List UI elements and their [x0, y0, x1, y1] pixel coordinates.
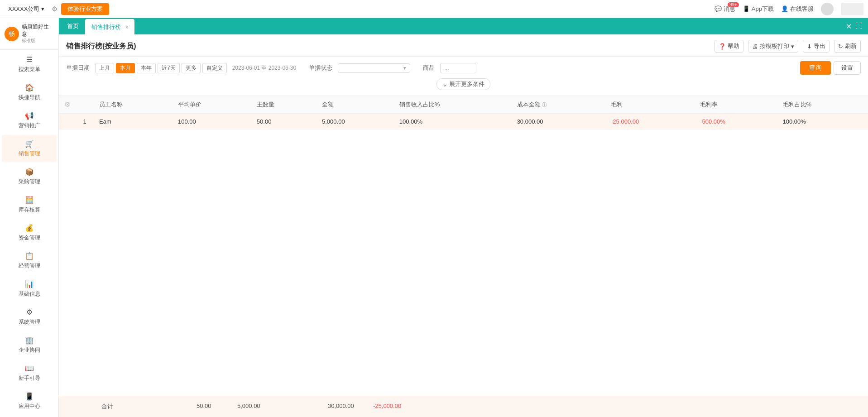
sidebar-item-purchase[interactable]: 📦采购管理 — [2, 163, 57, 190]
page-content: 销售排行榜(按业务员) ❓ 帮助 🖨 按模板打印 ▾ ⬇ 导出 — [59, 34, 868, 417]
this-month-btn[interactable]: 本月 — [116, 63, 135, 73]
table-row: 1 Eam 100.00 50.00 5,000.00 100.00% 30,0… — [59, 114, 868, 130]
print-button[interactable]: 🖨 按模板打印 ▾ — [748, 40, 798, 53]
cell-avg-price: 100.00 — [173, 114, 251, 130]
sidebar-logo: 畅 畅康通好生意 标准版 — [0, 18, 58, 50]
settings-icon[interactable]: ⚙ — [52, 5, 58, 13]
export-label: 导出 — [814, 42, 825, 50]
sidebar-item-sales[interactable]: 🛒销售管理 — [2, 135, 57, 162]
maximize-icon[interactable]: ⛶ — [855, 22, 863, 30]
page-actions: ❓ 帮助 🖨 按模板打印 ▾ ⬇ 导出 ↻ 刷新 — [715, 40, 861, 53]
sidebar-item-apps[interactable]: 📱应用中心 — [2, 388, 57, 415]
page-title: 销售排行榜(按业务员) — [66, 42, 136, 51]
settings-button[interactable]: 设置 — [834, 61, 861, 75]
sidebar-item-operations[interactable]: 📋经营管理 — [2, 247, 57, 274]
footer-avg-price — [150, 401, 191, 412]
top-bar: XXXXX公司 ▾ ⚙ 体验行业方案 💬 消息 99+ 📱 App下载 👤 在线… — [0, 0, 868, 18]
sidebar-item-basics[interactable]: 📊基础信息 — [2, 275, 57, 302]
message-button[interactable]: 💬 消息 99+ — [715, 5, 735, 13]
sidebar-icon-shortcut: 🏠 — [25, 83, 34, 92]
message-icon: 💬 — [715, 5, 722, 12]
footer-label2 — [78, 401, 96, 412]
footer-gross-profit: -25,000.00 — [368, 401, 413, 412]
footer-total-label: 合计 — [96, 401, 150, 412]
col-settings[interactable]: ⚙ — [59, 96, 76, 114]
sidebar-item-enterprise[interactable]: 🏢企业协同 — [2, 331, 57, 359]
cell-sales-pct: 100.00% — [394, 114, 512, 130]
sidebar-label-system: 系统管理 — [19, 318, 40, 326]
date-range-display: 2023-06-01 至 2023-06-30 — [232, 64, 296, 72]
expand-filters-button[interactable]: ⌄ 展开更多条件 — [436, 78, 490, 90]
footer-label — [64, 401, 78, 412]
avatar[interactable] — [821, 3, 834, 15]
service-icon: 👤 — [781, 5, 788, 12]
sidebar-icon-basics: 📊 — [25, 280, 34, 288]
logo-icon: 畅 — [5, 27, 19, 41]
cell-gross-profit: -25,000.00 — [605, 114, 695, 130]
more-dates-btn[interactable]: 更多 — [182, 63, 201, 73]
refresh-button[interactable]: ↻ 刷新 — [834, 40, 861, 53]
sidebar-item-system[interactable]: ⚙系统管理 — [2, 303, 57, 331]
date-buttons: 上月 本月 本年 近7天 更多 自定义 — [95, 63, 227, 73]
cell-total: 5,000.00 — [317, 114, 394, 130]
tab-sales-ranking[interactable]: 销售排行榜 × — [85, 19, 134, 35]
date-filter-label: 单据日期 — [66, 64, 90, 72]
table-footer: 合计 50.00 5,000.00 30,000.00 -25,000.00 — [59, 396, 868, 417]
sidebar-label-basics: 基础信息 — [19, 290, 40, 298]
tab-close-icon[interactable]: × — [125, 24, 128, 30]
sidebar-item-search[interactable]: ☰搜索菜单 — [2, 51, 57, 78]
sidebar-icon-purchase: 📦 — [25, 168, 34, 176]
sidebar-icon-operations: 📋 — [25, 252, 34, 260]
sidebar-item-guide[interactable]: 📖新手引导 — [2, 359, 57, 387]
status-select[interactable]: ▾ — [338, 63, 410, 73]
online-service-button[interactable]: 👤 在线客服 — [781, 5, 814, 13]
expand-icon: ⌄ — [442, 81, 447, 88]
goods-input-area[interactable]: ... — [440, 63, 476, 73]
help-label: 帮助 — [728, 42, 739, 50]
tab-home[interactable]: 首页 — [61, 18, 85, 34]
sidebar-icon-guide: 📖 — [25, 364, 34, 373]
refresh-icon: ↻ — [838, 43, 843, 50]
sidebar: 畅 畅康通好生意 标准版 ☰搜索菜单🏠快捷导航📢营销推广🛒销售管理📦采购管理🧮库… — [0, 18, 59, 417]
print-arrow-icon: ▾ — [791, 43, 794, 50]
sidebar-label-finance: 资金管理 — [19, 234, 40, 242]
status-dropdown-icon: ▾ — [403, 65, 406, 71]
query-button[interactable]: 查询 — [800, 61, 831, 75]
sidebar-icon-apps: 📱 — [25, 392, 34, 401]
custom-date-btn[interactable]: 自定义 — [202, 63, 227, 73]
sidebar-label-sales: 销售管理 — [19, 150, 40, 158]
sidebar-item-finance[interactable]: 💰资金管理 — [2, 219, 57, 246]
col-gross-rate: 毛利率 — [695, 96, 777, 114]
col-sales-pct: 销售收入占比% — [394, 96, 512, 114]
company-selector[interactable]: XXXXX公司 ▾ — [5, 4, 48, 14]
last-7-days-btn[interactable]: 近7天 — [158, 63, 180, 73]
sidebar-item-marketing[interactable]: 📢营销推广 — [2, 107, 57, 134]
export-button[interactable]: ⬇ 导出 — [803, 40, 830, 53]
status-filter-label: 单据状态 — [309, 64, 332, 72]
sidebar-item-inventory[interactable]: 🧮库存核算 — [2, 191, 57, 218]
footer-total: 5,000.00 — [232, 401, 273, 412]
app-download-button[interactable]: 📱 App下载 — [743, 5, 774, 13]
table-wrapper: ⚙ 员工名称 平均单价 主数量 全额 销售收入占比% 成本全额 ⓘ 毛利 毛利率… — [59, 96, 868, 396]
sidebar-icon-search: ☰ — [26, 55, 33, 64]
data-table: ⚙ 员工名称 平均单价 主数量 全额 销售收入占比% 成本全额 ⓘ 毛利 毛利率… — [59, 96, 868, 130]
sidebar-icon-inventory: 🧮 — [25, 196, 34, 204]
close-window-icon[interactable]: ✕ — [846, 22, 852, 31]
sidebar-label-enterprise: 企业协同 — [19, 346, 40, 354]
avatar2[interactable] — [841, 3, 863, 15]
sidebar-item-shortcut[interactable]: 🏠快捷导航 — [2, 79, 57, 106]
app-label: App下载 — [752, 5, 774, 13]
this-year-btn[interactable]: 本年 — [137, 63, 156, 73]
cell-name: Eam — [94, 114, 173, 130]
company-name: XXXXX公司 — [8, 5, 39, 13]
export-icon: ⬇ — [807, 43, 812, 50]
filter-bar: 单据日期 上月 本月 本年 近7天 更多 自定义 2023-06-01 至 20… — [59, 57, 868, 96]
cell-quantity: 50.00 — [251, 114, 317, 130]
table-header-row: ⚙ 员工名称 平均单价 主数量 全额 销售收入占比% 成本全额 ⓘ 毛利 毛利率… — [59, 96, 868, 114]
help-icon: ❓ — [719, 43, 726, 50]
message-badge: 99+ — [728, 2, 739, 7]
last-month-btn[interactable]: 上月 — [95, 63, 114, 73]
home-tab-label: 首页 — [67, 22, 79, 30]
trial-button[interactable]: 体验行业方案 — [61, 3, 109, 15]
help-button[interactable]: ❓ 帮助 — [715, 40, 743, 53]
